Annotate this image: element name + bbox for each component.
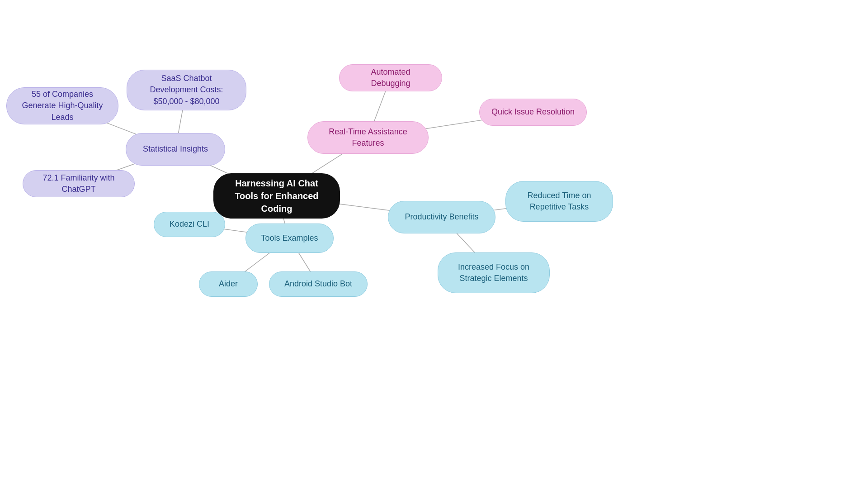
companies-leads-label: 55 of Companies Generate High-Quality Le…: [18, 89, 107, 123]
android-studio-label: Android Studio Bot: [284, 278, 352, 290]
node-companies-leads: 55 of Companies Generate High-Quality Le…: [6, 87, 118, 124]
automated-debug-label: Automated Debugging: [350, 67, 431, 89]
kodezi-label: Kodezi CLI: [170, 219, 209, 230]
node-tools-examples: Tools Examples: [245, 224, 334, 253]
aider-label: Aider: [219, 278, 238, 290]
node-chatgpt-familiarity: 72.1 Familiarity with ChatGPT: [23, 170, 135, 197]
node-increased-focus: Increased Focus on Strategic Elements: [438, 252, 550, 293]
node-reduced-time: Reduced Time on Repetitive Tasks: [505, 181, 613, 222]
node-saas-cost: SaaS Chatbot Development Costs: $50,000 …: [127, 70, 246, 110]
chatgpt-familiarity-label: 72.1 Familiarity with ChatGPT: [34, 172, 123, 195]
tools-examples-label: Tools Examples: [261, 233, 318, 244]
node-aider: Aider: [199, 271, 258, 297]
center-node: Harnessing AI Chat Tools for Enhanced Co…: [213, 173, 340, 219]
reduced-time-label: Reduced Time on Repetitive Tasks: [517, 190, 602, 213]
node-statistical-insights: Statistical Insights: [126, 133, 225, 166]
saas-cost-label: SaaS Chatbot Development Costs: $50,000 …: [138, 73, 235, 107]
node-kodezi: Kodezi CLI: [154, 212, 225, 237]
node-realtime-features: Real-Time Assistance Features: [307, 121, 429, 154]
quick-issue-label: Quick Issue Resolution: [491, 106, 575, 118]
node-automated-debug: Automated Debugging: [339, 64, 442, 91]
realtime-features-label: Real-Time Assistance Features: [319, 126, 417, 149]
center-label: Harnessing AI Chat Tools for Enhanced Co…: [224, 177, 329, 215]
node-android-studio: Android Studio Bot: [269, 271, 368, 297]
node-productivity-benefits: Productivity Benefits: [388, 201, 495, 233]
productivity-benefits-label: Productivity Benefits: [405, 211, 478, 223]
node-quick-issue: Quick Issue Resolution: [479, 99, 587, 126]
statistical-insights-label: Statistical Insights: [143, 143, 208, 155]
increased-focus-label: Increased Focus on Strategic Elements: [449, 262, 538, 284]
